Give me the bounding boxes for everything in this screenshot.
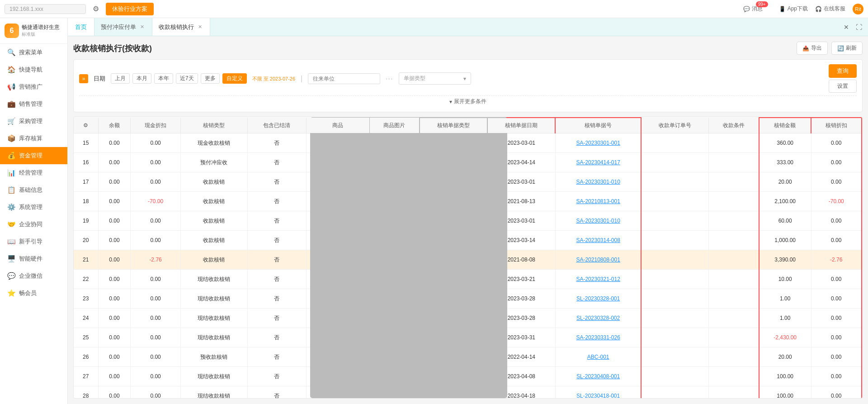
sidebar-label-purchase: 采购管理	[19, 117, 42, 125]
col-gear[interactable]: ⚙	[74, 118, 98, 133]
date-more[interactable]: 更多	[201, 73, 220, 84]
date-7days[interactable]: 近7天	[176, 73, 198, 84]
row-cash-discount: -2.76	[131, 250, 180, 270]
tab-close-prepay[interactable]: ✕	[139, 24, 146, 30]
sidebar-label-operation: 经营管理	[19, 169, 42, 177]
filter-settings-btn[interactable]: 设置	[829, 80, 857, 93]
sidebar-label-sales: 销售管理	[19, 100, 42, 108]
app-download-btn[interactable]: 📱 App下载	[779, 5, 808, 13]
row-cash-discount: 0.00	[131, 367, 180, 386]
row-voucher-no[interactable]: SA-20230414-017	[555, 153, 641, 172]
row-voucher-no[interactable]: SA-20210808-001	[555, 250, 641, 270]
row-voucher-no[interactable]: SL-20230328-001	[555, 289, 641, 309]
row-voucher-no[interactable]: SA-20230314-008	[555, 231, 641, 250]
sidebar-item-search[interactable]: 🔍 搜索菜单	[0, 44, 67, 61]
row-voucher-no[interactable]: SA-20230301-010	[555, 172, 641, 192]
table-wrapper: ⚙ 余额 现金折扣 核销类型 包含已结清 商品 商品图片 核销单据类型 核销单据…	[73, 117, 863, 399]
date-limit-display: 不限 至 2023-07-26	[252, 75, 295, 82]
sidebar-item-wechat[interactable]: 💬 企业微信	[0, 267, 67, 285]
row-verify-discount: 0.00	[811, 172, 862, 192]
date-this-month[interactable]: 本月	[132, 73, 151, 84]
row-included: 否	[248, 231, 306, 250]
sidebar-label-quick: 快捷导航	[19, 66, 42, 74]
enterprise-icon: 🤝	[7, 220, 15, 228]
date-custom[interactable]: 自定义	[222, 73, 247, 84]
tab-receipt[interactable]: 收款核销执行 ✕	[152, 18, 210, 36]
export-btn[interactable]: 📤 导出	[797, 42, 828, 55]
query-btn[interactable]: 查询	[829, 64, 857, 78]
settings-icon-btn[interactable]: ⚙	[90, 3, 102, 15]
sidebar-item-purchase[interactable]: 🛒 采购管理	[0, 113, 67, 130]
row-verify-amount: -2,430.00	[759, 328, 811, 347]
date-this-year[interactable]: 本年	[154, 73, 173, 84]
row-verify-amount: 1,000.00	[759, 231, 811, 250]
row-included: 否	[248, 192, 306, 211]
row-voucher-no[interactable]: SL-20230328-002	[555, 309, 641, 328]
row-number: 15	[74, 133, 98, 153]
row-verify-discount: 0.00	[811, 367, 862, 386]
row-receipt-order-no	[641, 309, 708, 328]
sidebar-item-sales[interactable]: 💼 销售管理	[0, 95, 67, 113]
tab-expand-btn[interactable]: ⛶	[854, 22, 864, 33]
sidebar-label-member: 畅会员	[19, 289, 37, 297]
sidebar-item-marketing[interactable]: 📢 营销推广	[0, 78, 67, 95]
row-cash-discount: 0.00	[131, 347, 180, 367]
row-voucher-no[interactable]: SL-20230408-001	[555, 367, 641, 386]
from-unit-input[interactable]	[308, 73, 380, 84]
content-area: 首页 预付冲应付单 ✕ 收款核销执行 ✕ ✕ ⛶ 收款核销执行(按收款)	[68, 18, 868, 404]
industry-btn[interactable]: 休验行业方案	[106, 3, 154, 15]
sidebar-item-hardware[interactable]: 🖥️ 智能硬件	[0, 250, 67, 267]
tab-close-btn[interactable]: ✕	[841, 22, 852, 33]
address-bar[interactable]: 192.168.1.xxx	[5, 4, 86, 14]
col-verify-discount: 核销折扣	[811, 118, 862, 133]
sidebar-item-inventory[interactable]: 📦 库存核算	[0, 130, 67, 147]
sidebar-item-system[interactable]: ⚙️ 系统管理	[0, 199, 67, 216]
row-cash-discount: 0.00	[131, 309, 180, 328]
row-verify-discount: 0.00	[811, 289, 862, 309]
tab-close-receipt[interactable]: ✕	[197, 24, 203, 30]
sidebar-item-finance[interactable]: 💰 资金管理	[0, 147, 67, 164]
refresh-btn[interactable]: 🔄 刷新	[831, 42, 863, 55]
single-type-select[interactable]: 单据类型 ▾	[399, 72, 471, 85]
system-icon: ⚙️	[7, 203, 15, 211]
row-verify-discount: 0.00	[811, 386, 862, 399]
tab-prepay[interactable]: 预付冲应付单 ✕	[94, 18, 152, 36]
row-voucher-no[interactable]: SA-20230331-026	[555, 328, 641, 347]
refresh-icon: 🔄	[837, 45, 844, 52]
row-balance: 0.00	[98, 231, 131, 250]
row-voucher-no[interactable]: SA-20230301-010	[555, 211, 641, 231]
row-voucher-no[interactable]: ABC-001	[555, 347, 641, 367]
row-receipt-condition	[709, 153, 759, 172]
expand-more-btn[interactable]: ▾ 展开更多条件	[79, 95, 857, 107]
filter-arrow-btn[interactable]: »	[79, 74, 88, 83]
sidebar-label-wechat: 企业微信	[19, 272, 42, 280]
row-included: 否	[248, 347, 306, 367]
sidebar-item-operation[interactable]: 📊 经营管理	[0, 164, 67, 181]
col-verify-amount: 核销金额	[759, 118, 811, 133]
row-voucher-no[interactable]: SA-20210813-001	[555, 192, 641, 211]
sidebar-item-member[interactable]: ⭐ 畅会员	[0, 285, 67, 302]
row-voucher-no[interactable]: SA-20230301-001	[555, 133, 641, 153]
guide-icon: 📖	[7, 238, 15, 246]
scroll-thumb[interactable]	[310, 117, 507, 398]
message-btn[interactable]: 💬 消息 99+	[743, 5, 763, 13]
sidebar-item-guide[interactable]: 📖 新手引导	[0, 233, 67, 250]
row-verify-discount: 0.00	[811, 133, 862, 153]
row-balance: 0.00	[98, 250, 131, 270]
row-verify-discount: -70.00	[811, 192, 862, 211]
sidebar-item-quick[interactable]: 🏠 快捷导航	[0, 61, 67, 78]
row-receipt-order-no	[641, 153, 708, 172]
sidebar-item-enterprise[interactable]: 🤝 企业协同	[0, 216, 67, 233]
query-actions: 查询 设置	[829, 64, 857, 93]
row-cash-discount: 0.00	[131, 211, 180, 231]
marketing-icon: 📢	[7, 83, 15, 91]
date-last-month[interactable]: 上月	[111, 73, 130, 84]
tab-home[interactable]: 首页	[68, 18, 94, 36]
row-voucher-no[interactable]: SA-20230321-012	[555, 270, 641, 289]
online-service-btn[interactable]: 🎧 在线客服	[815, 5, 845, 13]
row-cash-discount: 0.00	[131, 153, 180, 172]
sidebar-item-basic[interactable]: 📋 基础信息	[0, 181, 67, 199]
user-avatar[interactable]: Rit	[853, 4, 863, 14]
sidebar-logo: 6 畅捷通谱好生意 标准版	[0, 18, 67, 44]
row-voucher-no[interactable]: SL-20230418-001	[555, 386, 641, 399]
